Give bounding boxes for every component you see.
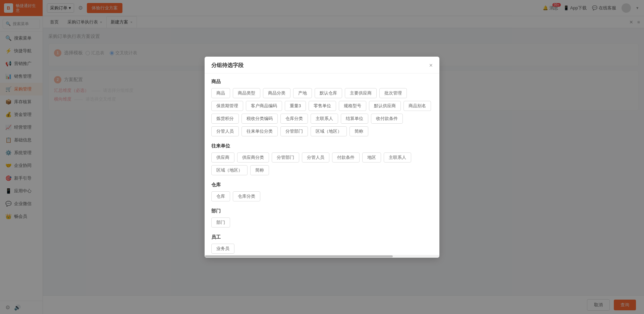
field-tag[interactable]: 付款条件 [332, 152, 360, 163]
field-tag[interactable]: 仓库分类 [233, 191, 260, 201]
field-tag[interactable]: 仓库 [211, 191, 230, 201]
modal-overlay: 分组待选字段 × 商品商品商品类型商品分类产地默认仓库主要供应商批次管理保质期管… [0, 0, 644, 314]
field-tag[interactable]: 简称 [250, 165, 269, 175]
field-tag[interactable]: 炼货积分 [211, 114, 239, 124]
field-tag[interactable]: 默认供应商 [369, 101, 401, 111]
field-tag[interactable]: 默认仓库 [315, 88, 342, 98]
field-tag[interactable]: 供应商 [211, 152, 234, 163]
modal-body: 商品商品商品类型商品分类产地默认仓库主要供应商批次管理保质期管理客户商品编码重量… [205, 73, 439, 255]
field-group-title-warehouse: 仓库 [211, 182, 433, 188]
field-tags-goods: 商品商品类型商品分类产地默认仓库主要供应商批次管理保质期管理客户商品编码重量3零… [211, 88, 433, 136]
field-tags-warehouse: 仓库仓库分类 [211, 191, 433, 201]
field-tag[interactable]: 零售单位 [309, 101, 336, 111]
field-tag[interactable]: 分管部门 [272, 152, 299, 163]
field-tag[interactable]: 区域（地区） [211, 165, 248, 175]
field-tag[interactable]: 供应商分类 [237, 152, 269, 163]
field-group-department: 部门部门 [211, 208, 433, 228]
field-tag[interactable]: 区域（地区） [311, 126, 347, 136]
field-tag[interactable]: 商品 [211, 88, 230, 98]
field-tag[interactable]: 主联系人 [311, 114, 338, 124]
field-tag[interactable]: 规格型号 [339, 101, 366, 111]
field-group-title-employee: 员工 [211, 234, 433, 240]
field-tag[interactable]: 产地 [293, 88, 312, 98]
field-tag[interactable]: 分管人员 [302, 152, 329, 163]
field-tags-department: 部门 [211, 217, 433, 228]
field-tag[interactable]: 业务员 [211, 244, 234, 254]
field-tag[interactable]: 分管部门 [280, 126, 308, 136]
field-tag[interactable]: 地区 [362, 152, 381, 163]
field-tag[interactable]: 简称 [350, 126, 368, 136]
field-group-goods: 商品商品商品类型商品分类产地默认仓库主要供应商批次管理保质期管理客户商品编码重量… [211, 79, 433, 136]
field-group-title-partner: 往来单位 [211, 143, 433, 149]
field-group-partner: 往来单位供应商供应商分类分管部门分管人员付款条件地区主联系人区域（地区）简称 [211, 143, 433, 175]
field-tag[interactable]: 商品别名 [404, 101, 431, 111]
field-group-employee: 员工业务员 [211, 234, 433, 254]
field-tag[interactable]: 仓库分类 [280, 114, 308, 124]
modal-title: 分组待选字段 [211, 62, 244, 69]
field-group-title-department: 部门 [211, 208, 433, 214]
field-tag[interactable]: 主要供应商 [345, 88, 377, 98]
field-tag[interactable]: 分管人员 [211, 126, 239, 136]
field-tag[interactable]: 往来单位分类 [241, 126, 278, 136]
field-tag[interactable]: 税收分类编码 [241, 114, 278, 124]
field-tag[interactable]: 主联系人 [384, 152, 411, 163]
field-tag[interactable]: 商品类型 [233, 88, 260, 98]
modal-close-button[interactable]: × [429, 62, 433, 69]
field-select-modal: 分组待选字段 × 商品商品商品类型商品分类产地默认仓库主要供应商批次管理保质期管… [205, 57, 439, 258]
field-group-title-goods: 商品 [211, 79, 433, 85]
field-tags-partner: 供应商供应商分类分管部门分管人员付款条件地区主联系人区域（地区）简称 [211, 152, 433, 175]
field-tag[interactable]: 商品分类 [263, 88, 290, 98]
modal-header: 分组待选字段 × [205, 57, 439, 73]
field-tag[interactable]: 保质期管理 [211, 101, 243, 111]
field-tag[interactable]: 客户商品编码 [246, 101, 282, 111]
field-tag[interactable]: 重量3 [285, 101, 306, 111]
modal-horizontal-scrollbar[interactable] [205, 255, 439, 258]
field-tags-employee: 业务员 [211, 244, 433, 254]
field-tag[interactable]: 批次管理 [379, 88, 407, 98]
field-group-warehouse: 仓库仓库仓库分类 [211, 182, 433, 201]
field-tag[interactable]: 收付款条件 [371, 114, 403, 124]
field-tag[interactable]: 结算单位 [341, 114, 368, 124]
scrollbar-thumb [205, 255, 393, 257]
field-tag[interactable]: 部门 [211, 217, 230, 228]
